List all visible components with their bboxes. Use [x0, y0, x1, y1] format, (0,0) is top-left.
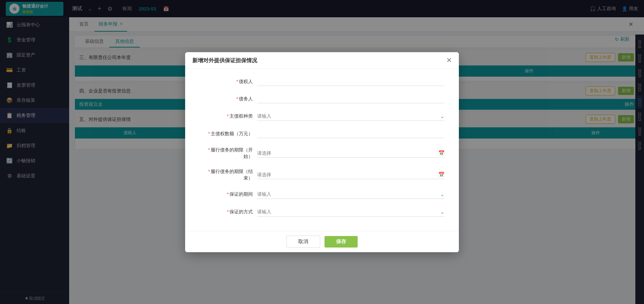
guarantee-method-label: *保证的方式	[200, 209, 257, 215]
required-mark: *	[208, 169, 210, 174]
start-date-calendar-icon[interactable]: 📅	[438, 150, 444, 156]
claim-type-select[interactable]: ⌄	[257, 112, 444, 121]
dialog-header: 新增对外提供保证担保情况 ✕	[185, 52, 459, 69]
creditor-input[interactable]	[257, 77, 444, 86]
end-date-label: *履行债务的期限（结束）	[200, 168, 257, 181]
guarantee-method-input[interactable]	[257, 209, 440, 214]
form-row-start-date: *履行债务的期限（开始） 📅	[200, 147, 444, 160]
required-mark: *	[208, 147, 210, 153]
claim-amount-label: *主债权数额（万元）	[200, 131, 257, 137]
guarantee-period-select[interactable]: ⌄	[257, 190, 444, 199]
guarantee-method-select[interactable]: ⌄	[257, 208, 444, 217]
save-button[interactable]: 保存	[325, 236, 358, 248]
end-date-calendar-icon[interactable]: 📅	[438, 172, 444, 177]
dialog-footer: 取消 保存	[185, 231, 459, 252]
cancel-button[interactable]: 取消	[286, 236, 320, 248]
form-row-creditor: *债权人	[200, 77, 444, 86]
claim-type-label: *主债权种类	[200, 113, 257, 119]
dialog-close-icon[interactable]: ✕	[446, 57, 452, 64]
form-row-claim-type: *主债权种类 ⌄	[200, 112, 444, 121]
form-row-claim-amount: *主债权数额（万元）	[200, 130, 444, 138]
end-date-input[interactable]	[257, 172, 438, 177]
guarantee-period-chevron-icon: ⌄	[440, 191, 444, 197]
guarantee-period-input[interactable]	[257, 191, 440, 197]
required-mark: *	[227, 209, 229, 214]
start-date-label: *履行债务的期限（开始）	[200, 147, 257, 160]
claim-type-input[interactable]	[257, 113, 440, 119]
claim-type-chevron-icon: ⌄	[440, 113, 444, 119]
creditor-label: *债权人	[200, 78, 257, 85]
debtor-input[interactable]	[257, 95, 444, 103]
start-date-picker[interactable]: 📅	[257, 149, 444, 158]
form-row-guarantee-method: *保证的方式 ⌄	[200, 208, 444, 217]
required-mark: *	[208, 131, 210, 136]
claim-amount-input[interactable]	[257, 130, 444, 138]
form-row-guarantee-period: *保证的期间 ⌄	[200, 190, 444, 199]
dialog-title: 新增对外提供保证担保情况	[192, 57, 257, 64]
start-date-input[interactable]	[257, 150, 438, 156]
guarantee-period-label: *保证的期间	[200, 191, 257, 198]
required-mark: *	[236, 96, 238, 101]
required-mark: *	[227, 113, 229, 119]
dialog-body: *债权人 *债务人 *主债权种类 ⌄	[185, 69, 459, 231]
debtor-label: *债务人	[200, 96, 257, 102]
form-row-debtor: *债务人	[200, 95, 444, 103]
required-mark: *	[236, 79, 238, 84]
required-mark: *	[227, 191, 229, 197]
modal-overlay: 新增对外提供保证担保情况 ✕ *债权人 *债务人 *主债权种类	[0, 0, 644, 304]
form-row-end-date: *履行债务的期限（结束） 📅	[200, 168, 444, 181]
end-date-picker[interactable]: 📅	[257, 170, 444, 179]
dialog: 新增对外提供保证担保情况 ✕ *债权人 *债务人 *主债权种类	[185, 52, 459, 252]
guarantee-method-chevron-icon: ⌄	[440, 209, 444, 215]
